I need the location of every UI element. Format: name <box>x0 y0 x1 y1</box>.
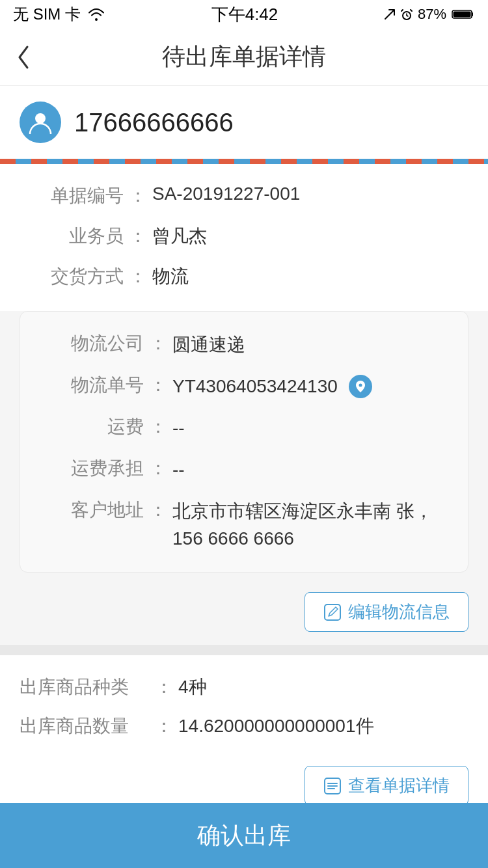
product-types-label: 出库商品种类 <box>20 675 150 699</box>
page-title: 待出库单据详情 <box>162 41 326 73</box>
summary-section: 出库商品种类 ： 4种 出库商品数量 ： 14.620000000000001件 <box>0 655 488 766</box>
wifi-icon <box>87 8 105 21</box>
battery-text: 87% <box>418 6 446 23</box>
logistics-freight-value: -- <box>172 414 448 442</box>
info-row-delivery: 交货方式 ： 物流 <box>20 264 468 289</box>
logistics-company-value: 圆通速递 <box>172 331 448 359</box>
confirm-button[interactable]: 确认出库 <box>0 803 488 868</box>
carrier-text: 无 SIM 卡 <box>13 4 81 25</box>
product-qty-label: 出库商品数量 <box>20 714 150 739</box>
nav-bar: 待出库单据详情 <box>0 29 488 86</box>
list-icon <box>323 777 342 795</box>
status-bar: 无 SIM 卡 下午4:42 87% <box>0 0 488 29</box>
logistics-tracking-value: YT43064053424130 <box>172 373 448 400</box>
back-button[interactable] <box>16 44 31 70</box>
edit-btn-row: 编辑物流信息 <box>0 592 488 645</box>
delivery-value: 物流 <box>152 264 468 289</box>
edit-logistics-button[interactable]: 编辑物流信息 <box>305 592 468 632</box>
svg-rect-2 <box>453 12 470 18</box>
logistics-address-value: 北京市市辖区海淀区永丰南 张，156 6666 6666 <box>172 498 448 552</box>
product-qty-row: 出库商品数量 ： 14.620000000000001件 <box>20 714 468 739</box>
doc-no-value: SA-20191227-001 <box>152 183 468 204</box>
info-row-salesperson: 业务员 ： 曾凡杰 <box>20 224 468 249</box>
logistics-company-row: 物流公司 ： 圆通速递 <box>40 331 448 359</box>
delivery-label: 交货方式 <box>20 264 124 289</box>
logistics-freight-bearer-label: 运费承担 <box>40 456 144 481</box>
edit-icon <box>323 603 342 621</box>
battery-icon <box>452 8 475 20</box>
dashed-divider <box>0 159 488 164</box>
view-detail-label: 查看单据详情 <box>348 774 450 797</box>
svg-point-3 <box>35 113 46 124</box>
view-detail-button[interactable]: 查看单据详情 <box>305 766 468 806</box>
product-types-value: 4种 <box>178 675 207 699</box>
logistics-address-row: 客户地址 ： 北京市市辖区海淀区永丰南 张，156 6666 6666 <box>40 498 448 552</box>
svg-rect-6 <box>325 604 340 620</box>
logistics-company-label: 物流公司 <box>40 331 144 356</box>
alarm-icon <box>401 8 413 21</box>
doc-no-label: 单据编号 <box>20 183 124 208</box>
logistics-freight-bearer-value: -- <box>172 456 448 483</box>
map-pin-icon[interactable] <box>348 374 373 399</box>
product-types-row: 出库商品种类 ： 4种 <box>20 675 468 699</box>
confirm-button-label: 确认出库 <box>197 820 291 852</box>
logistics-freight-bearer-row: 运费承担 ： -- <box>40 456 448 483</box>
logistics-freight-row: 运费 ： -- <box>40 414 448 442</box>
status-right: 87% <box>384 6 475 23</box>
edit-logistics-label: 编辑物流信息 <box>348 601 450 623</box>
info-row-doc-no: 单据编号 ： SA-20191227-001 <box>20 183 468 208</box>
product-qty-value: 14.620000000000001件 <box>178 714 374 739</box>
logistics-freight-label: 运费 <box>40 414 144 439</box>
svg-point-5 <box>359 384 362 387</box>
logistics-card: 物流公司 ： 圆通速递 物流单号 ： YT43064053424130 运费 ：… <box>20 311 468 573</box>
status-time: 下午4:42 <box>211 3 278 26</box>
gray-separator <box>0 645 488 655</box>
salesperson-label: 业务员 <box>20 224 124 249</box>
status-left: 无 SIM 卡 <box>13 4 105 25</box>
user-phone: 17666666666 <box>74 108 234 137</box>
info-section: 单据编号 ： SA-20191227-001 业务员 ： 曾凡杰 交货方式 ： … <box>0 164 488 311</box>
logistics-tracking-row: 物流单号 ： YT43064053424130 <box>40 373 448 400</box>
logistics-address-label: 客户地址 <box>40 498 144 522</box>
location-status-icon <box>384 8 396 20</box>
avatar <box>20 102 61 143</box>
logistics-tracking-label: 物流单号 <box>40 373 144 398</box>
user-section: 17666666666 <box>0 86 488 159</box>
salesperson-value: 曾凡杰 <box>152 224 468 249</box>
